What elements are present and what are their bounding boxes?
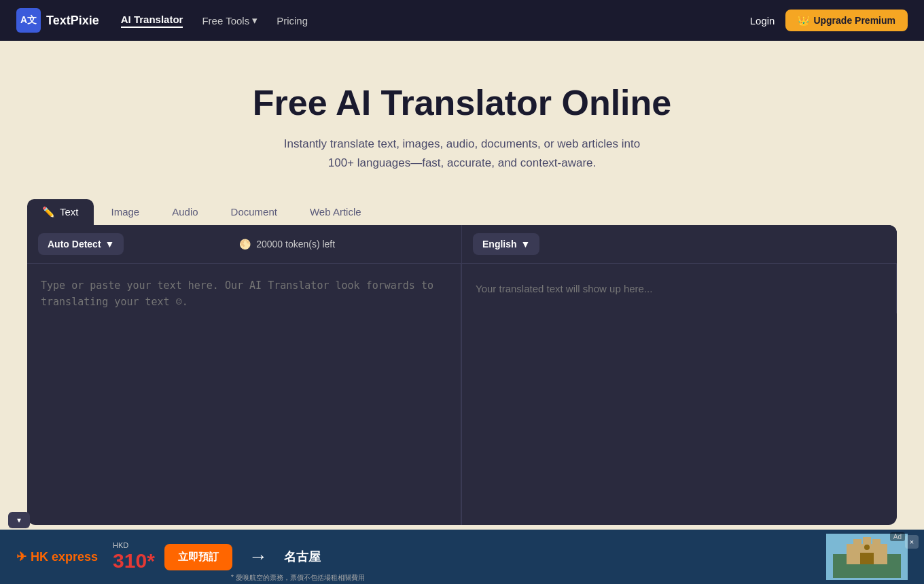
dropdown-icon: ▾ [252, 14, 257, 27]
logo[interactable]: A文 TextPixie [16, 8, 99, 33]
target-panel: Your translated text will show up here..… [462, 264, 897, 313]
target-lang-selector[interactable]: English ▼ [473, 233, 539, 255]
chevron-down-icon: ▼ [105, 239, 115, 250]
translator-container: ✏️ Text Image Audio Document Web Article… [14, 199, 910, 525]
upgrade-button[interactable]: 👑 Upgrade Premium [785, 10, 908, 31]
nav-right: Login 👑 Upgrade Premium [750, 10, 908, 31]
source-panel [27, 264, 461, 525]
target-section: English ▼ Your translated text will show… [462, 225, 897, 525]
target-output: Your translated text will show up here..… [476, 277, 883, 300]
login-button[interactable]: Login [750, 15, 775, 27]
hero-title: Free AI Translator Online [16, 82, 908, 124]
pencil-icon: ✏️ [42, 206, 55, 218]
token-info: 🌕 20000 token(s) left [239, 239, 335, 250]
crown-icon: 👑 [798, 15, 809, 26]
tab-image[interactable]: Image [96, 199, 155, 224]
tab-document[interactable]: Document [216, 199, 292, 224]
source-bar: Auto Detect ▼ 🌕 20000 token(s) left [27, 225, 461, 264]
collapse-button[interactable]: ▾ [8, 512, 30, 525]
navbar: A文 TextPixie AI Translator Free Tools ▾ … [0, 0, 924, 41]
logo-icon: A文 [16, 8, 41, 33]
nav-links: AI Translator Free Tools ▾ Pricing [121, 14, 728, 28]
logo-text: TextPixie [46, 14, 99, 28]
chevron-down-icon: ▾ [17, 515, 21, 525]
nav-pricing[interactable]: Pricing [277, 15, 308, 27]
hero-subtitle: Instantly translate text, images, audio,… [16, 135, 908, 171]
coin-icon: 🌕 [239, 239, 251, 250]
nav-free-tools[interactable]: Free Tools ▾ [202, 14, 257, 27]
source-section: Auto Detect ▼ 🌕 20000 token(s) left [27, 225, 462, 525]
tab-web-article[interactable]: Web Article [295, 199, 376, 224]
tab-text[interactable]: ✏️ Text [27, 199, 94, 225]
nav-ai-translator[interactable]: AI Translator [121, 14, 183, 28]
target-bar: English ▼ [462, 225, 897, 264]
tab-bar: ✏️ Text Image Audio Document Web Article [27, 199, 897, 225]
hero-section: Free AI Translator Online Instantly tran… [0, 41, 924, 199]
source-textarea[interactable] [41, 277, 447, 509]
translator-panel: Auto Detect ▼ 🌕 20000 token(s) left [27, 225, 897, 525]
tab-audio[interactable]: Audio [157, 199, 213, 224]
chevron-down-icon: ▼ [521, 239, 531, 250]
source-lang-selector[interactable]: Auto Detect ▼ [38, 233, 124, 255]
